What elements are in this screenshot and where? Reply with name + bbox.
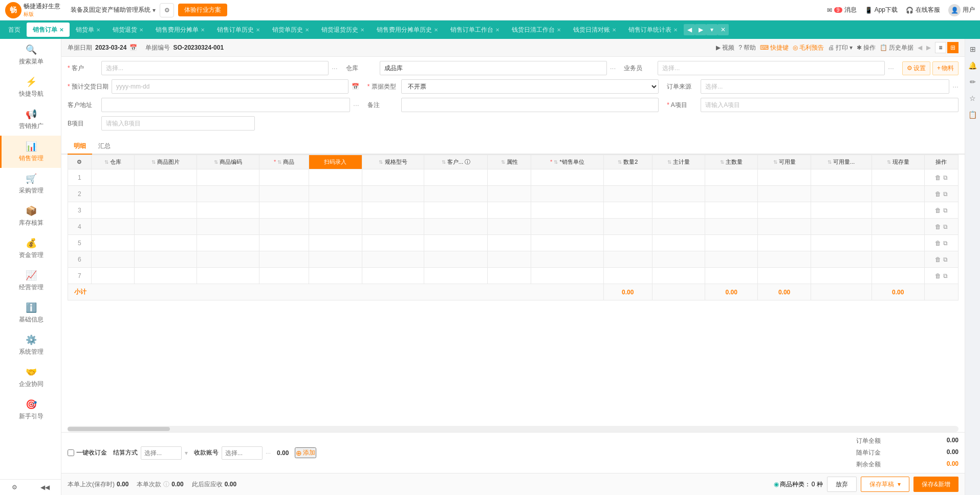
col-settings[interactable]: ⚙ — [68, 155, 92, 169]
sidebar-item-marketing[interactable]: 📢 营销推广 — [0, 103, 61, 136]
address-more-icon[interactable]: ··· — [353, 101, 359, 109]
row-copy-icon[interactable]: ⧉ — [943, 272, 948, 279]
nav-left-arrow[interactable]: ◀ — [684, 24, 695, 35]
tab-detail[interactable]: 明细 — [68, 139, 92, 155]
horizontal-scrollbar[interactable] — [68, 426, 959, 432]
nav-tab-close-12[interactable]: ✕ — [673, 27, 678, 33]
col-unit[interactable]: ⇅ *销售单位 — [531, 155, 604, 169]
settings-btn[interactable]: ⚙ 设置 — [902, 61, 930, 75]
warehouse-input[interactable] — [380, 61, 607, 75]
app-download-btn[interactable]: 📱 App下载 — [865, 6, 898, 14]
nav-tab-close-8[interactable]: ✕ — [434, 27, 438, 33]
col-avail-qty2[interactable]: ⇅ 可用量... — [811, 155, 872, 169]
right-icon-1[interactable]: ⊞ — [967, 43, 979, 55]
one-key-checkout-checkbox[interactable] — [68, 449, 74, 456]
col-image[interactable]: ⇅ 商品图片 — [135, 155, 197, 169]
row-delete-icon[interactable]: 🗑 — [935, 223, 941, 230]
tab-summary[interactable]: 汇总 — [92, 139, 117, 155]
remark-input[interactable] — [401, 98, 659, 112]
account-more-icon[interactable]: ··· — [266, 449, 271, 457]
col-scan[interactable]: 扫码录入 — [309, 155, 362, 169]
history-btn[interactable]: 📋 历史单据 — [880, 44, 913, 52]
row-copy-icon[interactable]: ⧉ — [943, 190, 948, 198]
nav-tab-close-7[interactable]: ✕ — [360, 27, 364, 33]
sidebar-collapse-icon[interactable]: ◀◀ — [40, 484, 50, 491]
list-view-btn[interactable]: ≡ — [935, 42, 946, 53]
payment-more-icon[interactable]: ▾ — [185, 449, 188, 457]
col-avail-qty[interactable]: ⇅ 可用量 — [758, 155, 811, 169]
industry-btn[interactable]: 体验行业方案 — [178, 4, 227, 16]
online-service-btn[interactable]: 🎧 在线客服 — [906, 6, 940, 14]
gear-settings-btn[interactable]: ⚙ — [160, 3, 174, 17]
right-icon-4[interactable]: ☆ — [967, 92, 979, 104]
row-copy-icon[interactable]: ⧉ — [943, 223, 948, 230]
nav-right-arrow[interactable]: ▶ — [695, 24, 706, 35]
row-delete-icon[interactable]: 🗑 — [935, 207, 941, 214]
customer-input[interactable] — [101, 61, 329, 75]
payment-method-input[interactable] — [141, 446, 182, 460]
sidebar-item-operations[interactable]: 📈 经营管理 — [0, 265, 61, 297]
nav-menu-arrow[interactable]: ▾ — [706, 24, 717, 35]
nav-tab-close-10[interactable]: ✕ — [557, 27, 561, 33]
col-main-qty[interactable]: ⇅ 主数量 — [705, 155, 758, 169]
sidebar-item-finance[interactable]: 💰 资金管理 — [0, 232, 61, 265]
row-delete-icon[interactable]: 🗑 — [935, 272, 941, 279]
nav-tab-sales-invoice[interactable]: 销货单 ✕ — [70, 23, 106, 37]
col-current-qty[interactable]: ⇅ 现存量 — [872, 155, 924, 169]
nav-tab-sales-expense[interactable]: 销售费用分摊单 ✕ — [149, 23, 211, 37]
nav-tab-invoice-history[interactable]: 销货单历史 ✕ — [266, 23, 315, 37]
nav-tab-workbench[interactable]: 销售订单工作台 ✕ — [444, 23, 506, 37]
save-draft-btn[interactable]: 保存草稿 ▾ — [861, 477, 909, 492]
account-input[interactable] — [222, 446, 263, 460]
nav-tab-return-history[interactable]: 销货退货历史 ✕ — [315, 23, 371, 37]
sidebar-item-inventory[interactable]: 📦 库存核算 — [0, 200, 61, 232]
sidebar-item-nav[interactable]: ⚡ 快捷导航 — [0, 71, 61, 103]
sidebar-item-sales[interactable]: 📊 销售管理 — [0, 136, 61, 168]
order-source-input[interactable] — [701, 79, 949, 94]
nav-tab-sales-order[interactable]: 销售订单 ✕ — [27, 23, 70, 37]
help-btn[interactable]: ? 帮助 — [738, 44, 756, 52]
nav-tab-expense-history[interactable]: 销售费用分摊单历史 ✕ — [371, 23, 444, 37]
delivery-cal-icon[interactable]: 📅 — [352, 83, 359, 90]
sidebar-settings-icon[interactable]: ⚙ — [12, 484, 17, 491]
order-source-more-icon[interactable]: ··· — [952, 82, 959, 91]
col-customer-code[interactable]: ⇅ 客户... ⓘ — [424, 155, 488, 169]
col-code[interactable]: ⇅ 商品编码 — [197, 155, 259, 169]
col-product[interactable]: ⇅ 商品 — [259, 155, 309, 169]
nav-tab-reconcile[interactable]: 钱货日清对账 ✕ — [567, 23, 622, 37]
col-spec[interactable]: ⇅ 规格型号 — [362, 155, 424, 169]
print-btn[interactable]: 🖨 打印 ▾ — [828, 44, 853, 52]
shortcut-btn[interactable]: ⌨ 快捷键 — [760, 44, 789, 52]
nav-tab-close-6[interactable]: ✕ — [305, 27, 309, 33]
discard-btn[interactable]: 放弃 — [827, 477, 857, 492]
row-copy-icon[interactable]: ⧉ — [943, 174, 948, 181]
nav-tab-home[interactable]: 首页 — [2, 23, 27, 37]
nav-tab-daily-clear[interactable]: 钱货日清工作台 ✕ — [506, 23, 567, 37]
save-new-btn[interactable]: 保存&新增 — [913, 477, 959, 492]
user-btn[interactable]: 👤 用户 — [948, 4, 975, 16]
profit-btn[interactable]: ◎ 毛利预告 — [793, 44, 824, 52]
row-copy-icon[interactable]: ⧉ — [943, 240, 948, 247]
nav-tab-order-history[interactable]: 销售订单历史 ✕ — [211, 23, 266, 37]
col-attr[interactable]: ⇅ 属性 — [488, 155, 531, 169]
nav-tab-sales-return[interactable]: 销货退货 ✕ — [106, 23, 149, 37]
invoice-type-select[interactable]: 不开票 普通发票 增值税专票 — [401, 79, 659, 94]
col-warehouse[interactable]: ⇅ 仓库 — [91, 155, 135, 169]
sidebar-item-purchase[interactable]: 🛒 采购管理 — [0, 168, 61, 200]
sidebar-item-search[interactable]: 🔍 搜索菜单 — [0, 39, 61, 71]
chevron-down-icon[interactable]: ▾ — [898, 481, 901, 488]
add-payment-btn[interactable]: ⊕ 添加 — [295, 447, 316, 458]
view-video-btn[interactable]: ▶ 视频 — [716, 44, 734, 52]
customer-address-input[interactable] — [101, 98, 350, 112]
sidebar-item-collab[interactable]: 🤝 企业协同 — [0, 361, 61, 394]
col-qty2[interactable]: ⇅ 数量2 — [603, 155, 652, 169]
nav-tab-close-11[interactable]: ✕ — [612, 27, 616, 33]
row-delete-icon[interactable]: 🗑 — [935, 174, 941, 181]
nav-tab-close-9[interactable]: ✕ — [495, 27, 499, 33]
sidebar-item-system[interactable]: ⚙️ 系统管理 — [0, 329, 61, 361]
row-copy-icon[interactable]: ⧉ — [943, 207, 948, 214]
nav-tab-close-4[interactable]: ✕ — [201, 27, 205, 33]
customer-more-icon[interactable]: ··· — [332, 64, 338, 72]
scrollbar-thumb[interactable] — [68, 427, 170, 431]
staff-more-icon[interactable]: ··· — [888, 64, 894, 72]
